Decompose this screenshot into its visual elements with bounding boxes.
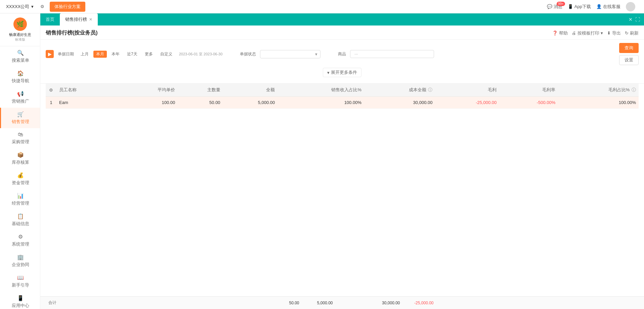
sales-rank-table: ⚙ 员工名称 平均单价 主数量 全额 销售收入占比% 成本全额 ⓘ 毛利 毛利率… xyxy=(46,84,639,109)
cell-sales-pct: 100.00% xyxy=(277,97,364,109)
th-avg-price: 平均单价 xyxy=(122,84,178,97)
tab-sales-rank[interactable]: 销售排行榜 ✕ xyxy=(60,13,98,25)
cell-cost: 30,000.00 xyxy=(364,97,435,109)
sidebar-item-guide[interactable]: 📖 新手引导 xyxy=(0,271,40,292)
sidebar-label-finance: 资金管理 xyxy=(12,180,29,186)
download-icon: 📱 xyxy=(568,4,573,9)
top-right-area: 💬 消息 99+ 📱 App下载 👤 在线客服 xyxy=(547,2,641,11)
filter-toggle-btn[interactable]: ▶ xyxy=(46,50,54,58)
settings-icon[interactable]: ⚙ xyxy=(38,2,47,11)
top-bar: XXXXX公司 ▾ ⚙ 体验行业方案 💬 消息 99+ 📱 App下载 👤 在线… xyxy=(0,0,644,13)
app-download-btn[interactable]: 📱 App下载 xyxy=(568,4,591,10)
basic-icon: 📋 xyxy=(17,213,24,219)
sidebar-item-marketing[interactable]: 📢 营销推广 xyxy=(0,87,40,108)
help-label: 帮助 xyxy=(559,30,568,36)
settings-btn[interactable]: 设置 xyxy=(619,55,639,65)
marketing-icon: 📢 xyxy=(17,91,24,97)
cell-name: Eam xyxy=(56,97,122,109)
refresh-btn[interactable]: ↻ 刷新 xyxy=(625,30,639,36)
status-select[interactable]: ▾ xyxy=(260,50,320,58)
date-label: 单据日期 xyxy=(58,51,74,57)
date-tab-custom[interactable]: 自定义 xyxy=(158,51,175,58)
sidebar-item-system[interactable]: ⚙ 系统管理 xyxy=(0,230,40,251)
table-footer: 合计 50.00 5,000.00 30,000.00 -25,000.00 xyxy=(40,296,644,309)
operations-icon: 📊 xyxy=(17,193,24,199)
messages-btn[interactable]: 💬 消息 99+ xyxy=(547,4,562,10)
page-content: 销售排行榜(按业务员) ❓ 帮助 🖨 按模板打印 ▾ ⬇ 导出 xyxy=(40,25,644,309)
table-container: ⚙ 员工名称 平均单价 主数量 全额 销售收入占比% 成本全额 ⓘ 毛利 毛利率… xyxy=(40,84,644,296)
sidebar-label-operations: 经营管理 xyxy=(12,200,29,206)
sidebar-label-purchase: 采购管理 xyxy=(12,139,29,145)
avatar[interactable] xyxy=(626,2,635,11)
goods-select[interactable]: ··· xyxy=(350,50,434,58)
date-tab-7days[interactable]: 近7天 xyxy=(124,51,140,58)
expand-filter-btn[interactable]: ▾ 展开更多条件 xyxy=(323,68,361,77)
page-header: 销售排行榜(按业务员) ❓ 帮助 🖨 按模板打印 ▾ ⬇ 导出 xyxy=(40,25,644,40)
gross-pct-info-icon[interactable]: ⓘ xyxy=(632,87,636,92)
tab-bar-right: ✕ ⛶ xyxy=(629,17,644,22)
th-cost: 成本全额 ⓘ xyxy=(364,84,435,97)
th-settings[interactable]: ⚙ xyxy=(46,84,56,97)
online-service-label: 在线客服 xyxy=(603,4,620,10)
query-btn[interactable]: 查询 xyxy=(619,43,639,53)
date-tab-this-year[interactable]: 本年 xyxy=(109,51,122,58)
sidebar-label-guide: 新手引导 xyxy=(12,282,29,288)
tab-home[interactable]: 首页 xyxy=(40,13,60,25)
date-tab-this-month[interactable]: 本月 xyxy=(93,51,107,58)
finance-icon: 💰 xyxy=(17,172,24,178)
logo-title: 畅康通好生意 xyxy=(9,32,31,37)
system-icon: ⚙ xyxy=(18,234,23,240)
th-name: 员工名称 xyxy=(56,84,122,97)
th-gross-pct: 毛利占比% ⓘ xyxy=(558,84,639,97)
company-name: XXXXX公司 xyxy=(6,4,29,10)
sidebar-item-inventory[interactable]: 📦 库存核算 xyxy=(0,148,40,169)
cell-gross-rate: -500.00% xyxy=(499,97,558,109)
cell-quantity: 50.00 xyxy=(178,97,223,109)
sidebar-item-enterprise[interactable]: 🏢 企业协同 xyxy=(0,251,40,271)
purchase-icon: 🛍 xyxy=(18,132,23,138)
sidebar-item-search[interactable]: 🔍 搜索菜单 xyxy=(0,46,40,67)
tab-close-icon[interactable]: ✕ xyxy=(89,17,92,22)
tab-close-all-icon[interactable]: ✕ xyxy=(629,17,633,22)
company-selector[interactable]: XXXXX公司 ▾ xyxy=(3,2,36,11)
content-area: 首页 销售排行榜 ✕ ✕ ⛶ 销售排行榜(按业务员) ❓ 帮助 xyxy=(40,13,644,309)
online-service-btn[interactable]: 👤 在线客服 xyxy=(596,4,620,10)
logo-icon: 🌿 xyxy=(13,17,27,31)
date-tab-more[interactable]: 更多 xyxy=(142,51,156,58)
cost-info-icon[interactable]: ⓘ xyxy=(428,87,432,92)
sidebar-item-basic[interactable]: 📋 基础信息 xyxy=(0,210,40,230)
sidebar-label-sales: 销售管理 xyxy=(12,119,29,125)
sidebar-label-apps: 应用中心 xyxy=(12,303,29,309)
export-btn[interactable]: ⬇ 导出 xyxy=(607,30,621,36)
export-label: 导出 xyxy=(612,30,621,36)
logo-subtitle: 标准版 xyxy=(15,37,25,42)
sidebar-item-apps[interactable]: 📱 应用中心 xyxy=(0,292,40,309)
goods-label: 商品 xyxy=(338,51,346,57)
cell-gross: -25,000.00 xyxy=(435,97,499,109)
th-gross: 毛利 xyxy=(435,84,499,97)
sidebar-item-operations[interactable]: 📊 经营管理 xyxy=(0,189,40,210)
apps-icon: 📱 xyxy=(17,295,24,301)
tab-restore-icon[interactable]: ⛶ xyxy=(635,17,640,22)
filter-row-1: ▶ 单据日期 上月 本月 本年 近7天 更多 自定义 2023-06-01 至 … xyxy=(46,43,639,65)
page-actions: ❓ 帮助 🖨 按模板打印 ▾ ⬇ 导出 ↻ 刷新 xyxy=(552,30,639,36)
sidebar-label-system: 系统管理 xyxy=(12,241,29,247)
page-title: 销售排行榜(按业务员) xyxy=(46,30,98,37)
service-icon: 👤 xyxy=(596,4,602,9)
home-icon: 🏠 xyxy=(17,70,24,76)
help-btn[interactable]: ❓ 帮助 xyxy=(552,30,568,36)
sidebar-item-sales[interactable]: 🛒 销售管理 xyxy=(0,108,40,128)
status-chevron-icon: ▾ xyxy=(315,52,317,57)
print-label: 按模板打印 xyxy=(577,30,599,36)
print-btn[interactable]: 🖨 按模板打印 ▾ xyxy=(572,30,603,36)
date-tab-last-month[interactable]: 上月 xyxy=(78,51,91,58)
sidebar-item-purchase[interactable]: 🛍 采购管理 xyxy=(0,128,40,148)
goods-more-icon: ··· xyxy=(354,52,358,56)
filter-right-btns: 查询 设置 xyxy=(619,43,639,65)
filter-row-2: ▾ 展开更多条件 xyxy=(46,68,639,77)
date-tabs: 上月 本月 本年 近7天 更多 自定义 xyxy=(78,51,175,58)
sidebar-item-finance[interactable]: 💰 资金管理 xyxy=(0,169,40,189)
sidebar-item-quick-nav[interactable]: 🏠 快捷导航 xyxy=(0,67,40,87)
trial-button[interactable]: 体验行业方案 xyxy=(50,2,85,12)
print-chevron-icon: ▾ xyxy=(601,31,603,36)
